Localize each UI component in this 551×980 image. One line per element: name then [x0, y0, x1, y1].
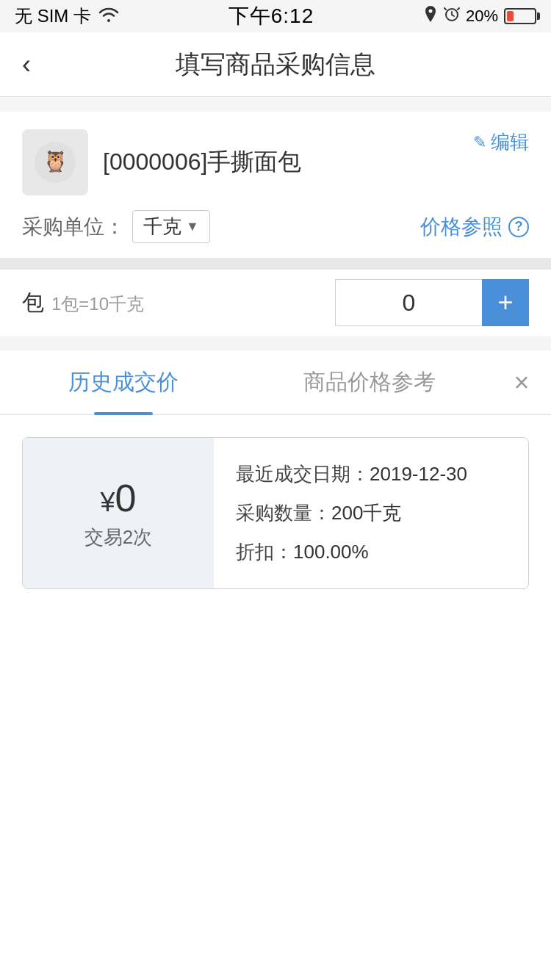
tabs-close-button[interactable]: ×	[492, 350, 551, 415]
product-image: 🦉	[22, 129, 88, 195]
product-owl-icon: 🦉	[33, 140, 77, 184]
status-right: 20%	[423, 5, 536, 27]
quantity-row: 包 1包=10千克 +	[0, 270, 551, 336]
price-ref-label: 价格参照	[420, 213, 503, 241]
nav-bar: ‹ 填写商品采购信息	[0, 32, 551, 97]
edit-button[interactable]: ✎ 编辑	[473, 129, 529, 155]
history-price-summary: ¥0 交易2次	[23, 438, 214, 588]
tab-product-price-ref[interactable]: 商品价格参考	[246, 350, 492, 415]
unit-select[interactable]: 千克 ▼	[132, 210, 210, 243]
product-unit-row: 采购单位： 千克 ▼ 价格参照 ?	[22, 210, 529, 243]
location-icon	[423, 5, 438, 27]
battery-icon	[504, 8, 536, 24]
back-button[interactable]: ‹	[22, 49, 31, 80]
quantity-input[interactable]	[335, 279, 482, 326]
status-time: 下午6:12	[228, 2, 314, 30]
history-content: ¥0 交易2次 最近成交日期：2019-12-30 采购数量：200千克 折扣：…	[0, 415, 551, 611]
qty-unit: 包	[22, 288, 44, 318]
tab-history-label: 历史成交价	[68, 367, 179, 397]
unit-dropdown-arrow: ▼	[186, 219, 199, 234]
wifi-icon	[98, 6, 119, 26]
recent-date-value: 2019-12-30	[370, 463, 467, 485]
main-body	[0, 611, 551, 980]
history-card: ¥0 交易2次 最近成交日期：2019-12-30 采购数量：200千克 折扣：…	[22, 437, 529, 589]
product-header: 🦉 [0000006]手撕面包 ✎ 编辑	[22, 129, 529, 195]
tabs-panel: 历史成交价 商品价格参考 × ¥0 交易2次 最近成交日期：2019-12-30…	[0, 350, 551, 611]
edit-icon: ✎	[473, 133, 486, 152]
unit-value: 千克	[143, 214, 181, 239]
page-title: 填写商品采购信息	[176, 48, 375, 82]
svg-point-0	[428, 10, 432, 13]
svg-text:🦉: 🦉	[43, 149, 68, 173]
quantity-controls: +	[335, 279, 529, 326]
quantity-label: 包 1包=10千克	[22, 288, 144, 318]
history-trade-times: 交易2次	[84, 525, 152, 550]
discount-row: 折扣：100.00%	[236, 538, 506, 566]
price-yen-symbol: ¥	[101, 487, 115, 517]
history-details: 最近成交日期：2019-12-30 采购数量：200千克 折扣：100.00%	[214, 438, 528, 588]
discount-label: 折扣：	[236, 541, 293, 563]
product-card: 🦉 [0000006]手撕面包 ✎ 编辑 采购单位： 千克 ▼ 价格参照 ?	[0, 112, 551, 258]
price-reference-button[interactable]: 价格参照 ?	[420, 213, 529, 241]
price-number: 0	[115, 477, 137, 519]
product-name: [0000006]手撕面包	[103, 146, 301, 179]
tab-history-price[interactable]: 历史成交价	[0, 350, 246, 415]
section-divider	[0, 258, 551, 270]
recent-date-row: 最近成交日期：2019-12-30	[236, 460, 506, 489]
recent-date-label: 最近成交日期：	[236, 463, 370, 485]
discount-value: 100.00%	[293, 541, 369, 563]
history-price-value: ¥0	[101, 476, 137, 520]
edit-label: 编辑	[491, 129, 529, 155]
purchase-qty-row: 采购数量：200千克	[236, 499, 506, 527]
price-ref-help-icon: ?	[508, 217, 529, 237]
product-left: 🦉 [0000006]手撕面包	[22, 129, 301, 195]
alarm-icon	[444, 6, 460, 26]
unit-label: 采购单位：	[22, 213, 125, 241]
status-left: 无 SIM 卡	[15, 4, 119, 28]
qty-conversion: 1包=10千克	[51, 292, 144, 316]
tab-product-price-label: 商品价格参考	[303, 367, 436, 397]
tabs-header: 历史成交价 商品价格参考 ×	[0, 350, 551, 415]
quantity-plus-button[interactable]: +	[482, 279, 529, 326]
purchase-qty-value: 200千克	[331, 502, 401, 524]
carrier-text: 无 SIM 卡	[15, 4, 91, 28]
battery-pct: 20%	[466, 7, 498, 26]
purchase-qty-label: 采购数量：	[236, 502, 331, 524]
status-bar: 无 SIM 卡 下午6:12 20%	[0, 0, 551, 32]
tab-active-indicator	[94, 412, 153, 415]
